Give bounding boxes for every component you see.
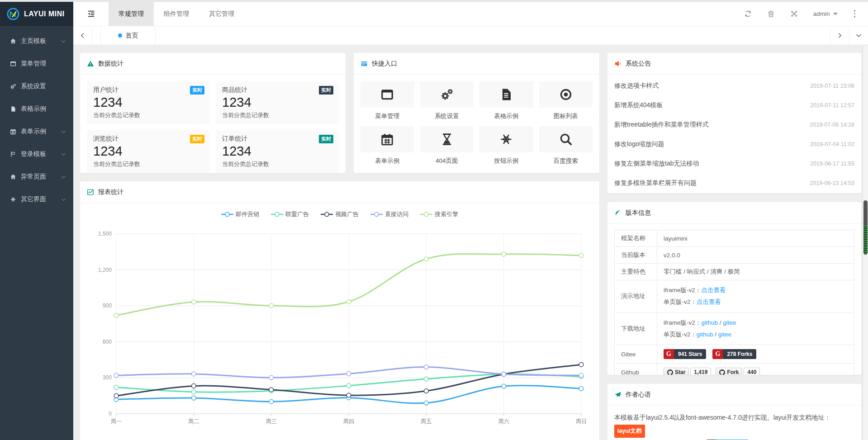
- quick-entry-2[interactable]: 表格示例: [479, 81, 533, 120]
- stat-caption: 当前分类总记录数: [222, 160, 332, 168]
- announcement-item-0[interactable]: 修改选项卡样式2019-07-11 23:06: [614, 76, 854, 95]
- module-tab-0[interactable]: 常规管理: [109, 2, 154, 26]
- announcements-card-title: 系统公告: [626, 60, 651, 68]
- version-row-6: GithubStar1,419Fork440: [615, 364, 854, 375]
- version-row-5: GiteeG941 StarsG278 Forks: [615, 345, 854, 364]
- announcement-text: 修改logo缩放问题: [614, 140, 664, 148]
- stats-card: 数据统计 用户统计实时1234当前分类总记录数商品统计实时1234当前分类总记录…: [80, 53, 346, 173]
- report-card: 报表统计 邮件营销联盟广告视频广告直接访问搜索引擎 03006009001,20…: [80, 181, 599, 440]
- sidebar-item-3[interactable]: 表格示例: [0, 98, 73, 120]
- link-github[interactable]: github: [701, 319, 718, 326]
- tabbar-scroll-right-button[interactable]: [830, 26, 849, 45]
- announcement-item-3[interactable]: 修改logo缩放问题2019-07-04 11:02: [614, 134, 854, 154]
- stat-caption: 当前分类总记录数: [93, 160, 204, 168]
- sidebar-item-5[interactable]: 登录模板: [0, 143, 73, 166]
- version-card: 版本信息 框架名称layuimini当前版本v2.0.0主要特色零门槛 / 响应…: [607, 202, 861, 375]
- gitee-badge[interactable]: G278 Forks: [712, 349, 756, 359]
- stats-card-title: 数据统计: [98, 60, 123, 68]
- chevron-left-icon: [80, 33, 85, 38]
- sidebar-item-2[interactable]: 系统设置: [0, 75, 73, 98]
- header-actions: admin: [744, 9, 868, 19]
- version-row-1: 当前版本v2.0.0: [615, 247, 854, 264]
- legend-item-2[interactable]: 视频广告: [321, 210, 359, 218]
- announcements-card: 系统公告 修改选项卡样式2019-07-11 23:06新增系统404模板201…: [607, 53, 861, 193]
- layui-doc-badge[interactable]: layui文档: [614, 425, 645, 437]
- sidebar-item-label: 登录模板: [21, 150, 61, 158]
- stat-label: 商品统计: [222, 86, 332, 94]
- clear-cache-button[interactable]: [767, 10, 775, 18]
- legend-item-1[interactable]: 联盟广告: [271, 210, 309, 218]
- chart-legend: 邮件营销联盟广告视频广告直接访问搜索引擎: [80, 208, 599, 220]
- link-点击查看[interactable]: 点击查看: [697, 298, 721, 305]
- legend-item-4[interactable]: 搜索引擎: [420, 210, 458, 218]
- module-tab-1[interactable]: 组件管理: [154, 2, 199, 26]
- announcement-item-2[interactable]: 新增treetable插件和菜单管理样式2019-07-05 14:28: [614, 115, 854, 134]
- scrollbar-thumb[interactable]: [863, 200, 868, 255]
- tabbar-dropdown-button[interactable]: [849, 26, 868, 45]
- sidebar-item-4[interactable]: 表单示例: [0, 120, 73, 143]
- outdent-icon: [87, 9, 95, 18]
- more-menu-button[interactable]: [853, 9, 857, 19]
- tab-home[interactable]: 首页: [100, 26, 156, 45]
- card-icon: [360, 60, 368, 67]
- quick-entry-label: 表单示例: [360, 157, 414, 165]
- sidebar-item-6[interactable]: 异常页面: [0, 166, 73, 188]
- link-github[interactable]: github: [697, 331, 713, 338]
- line-chart: 03006009001,2001,500周一周二周三周四周五周六周日: [80, 220, 599, 429]
- content-scrollbar[interactable]: [863, 46, 868, 440]
- svg-text:周日: 周日: [576, 418, 587, 425]
- sidebar-item-7[interactable]: 其它界面: [0, 188, 73, 211]
- legend-item-0[interactable]: 邮件营销: [221, 210, 259, 218]
- legend-label: 直接访问: [385, 210, 408, 218]
- quick-entry-5[interactable]: 404页面: [420, 126, 474, 165]
- quick-entry-label: 菜单管理: [360, 112, 414, 120]
- version-row-label: 演示地址: [615, 280, 657, 313]
- svg-text:900: 900: [103, 303, 112, 309]
- version-row-label: 主要特色: [615, 264, 657, 280]
- logo[interactable]: LAYUI MINI: [0, 2, 73, 26]
- sidebar-collapse-button[interactable]: [73, 2, 109, 26]
- svg-text:周三: 周三: [266, 418, 277, 425]
- tabbar-scroll-left-button[interactable]: [73, 26, 92, 45]
- report-card-title: 报表统计: [98, 188, 123, 196]
- refresh-button[interactable]: [744, 10, 752, 18]
- module-tab-2[interactable]: 其它管理: [199, 2, 244, 26]
- fullscreen-button[interactable]: [790, 10, 798, 18]
- github-icon: [719, 369, 725, 375]
- legend-item-3[interactable]: 直接访问: [370, 210, 408, 218]
- calendar-icon: [380, 132, 394, 146]
- announcement-text: 新增系统404模板: [614, 101, 663, 109]
- quick-entry-1[interactable]: 系统设置: [420, 81, 474, 120]
- quick-entry-3[interactable]: 图标列表: [539, 81, 593, 120]
- announcement-time: 2019-06-17 11:55: [810, 161, 854, 167]
- tab-home-label: 首页: [126, 32, 138, 40]
- sidebar-item-0[interactable]: 主页模板: [0, 30, 73, 52]
- link-点击查看[interactable]: 点击查看: [701, 287, 726, 293]
- dot-circle-icon: [559, 88, 573, 101]
- quick-entry-4[interactable]: 表单示例: [360, 126, 414, 165]
- announcement-item-4[interactable]: 修复左侧菜单缩放tab无法移动2019-06-17 11:55: [614, 154, 854, 173]
- snowflake-icon: [9, 196, 17, 203]
- home-icon: [9, 38, 17, 44]
- announcement-item-5[interactable]: 修复多模块菜单栏展开有问题2019-06-13 14:53: [614, 173, 854, 193]
- sidebar-item-1[interactable]: 菜单管理: [0, 52, 73, 75]
- github-badge[interactable]: Fork440: [716, 368, 760, 375]
- announcement-text: 修改选项卡样式: [614, 82, 659, 90]
- main-area: 常规管理组件管理其它管理 admin 首页: [73, 2, 868, 440]
- link-gitee[interactable]: gitee: [718, 331, 731, 338]
- github-badge[interactable]: Star1,419: [664, 368, 711, 375]
- svg-text:1,200: 1,200: [98, 267, 112, 273]
- announcement-time: 2019-06-13 14:53: [810, 180, 854, 186]
- announcement-item-1[interactable]: 新增系统404模板2019-07-11 12:57: [614, 95, 854, 115]
- user-menu[interactable]: admin: [813, 10, 838, 17]
- quick-entry-7[interactable]: 百度搜索: [539, 126, 593, 165]
- quick-entry-0[interactable]: 菜单管理: [360, 81, 414, 120]
- expand-icon: [790, 10, 798, 18]
- chart-line-icon: [87, 189, 94, 196]
- link-gitee[interactable]: gitee: [723, 319, 736, 326]
- quick-entry-6[interactable]: 按钮示例: [479, 126, 533, 165]
- bullhorn-icon: [614, 60, 621, 67]
- version-row-label: Github: [615, 364, 657, 375]
- svg-text:周六: 周六: [498, 418, 509, 425]
- gitee-badge[interactable]: G941 Stars: [664, 349, 706, 359]
